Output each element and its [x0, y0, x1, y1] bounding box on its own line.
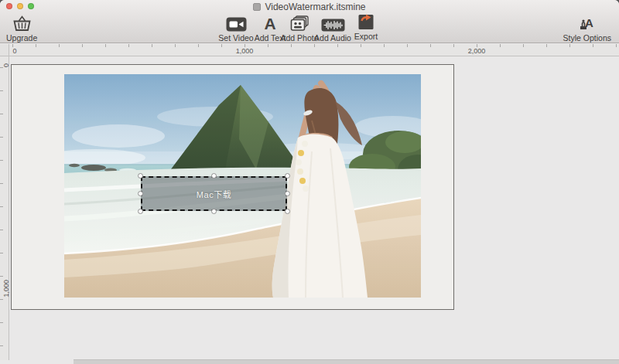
- resize-handle-top-middle[interactable]: [211, 173, 217, 179]
- resize-handle-top-left[interactable]: [138, 173, 143, 179]
- watermark-text-box[interactable]: Mac下载: [141, 176, 287, 211]
- app-window: VideoWatermark.itsmine Upgrade: [0, 0, 619, 364]
- document-proxy-icon: [253, 3, 261, 11]
- vertical-ruler: 0 1,000: [0, 56, 9, 360]
- horizontal-ruler: 0 1,000 2,000: [9, 44, 619, 56]
- style-options-label: Style Options: [563, 33, 611, 43]
- resize-handle-bottom-left[interactable]: [138, 209, 143, 214]
- photo-stack-icon: [289, 15, 310, 32]
- letter-a-icon: A: [264, 15, 275, 32]
- resize-handle-middle-left[interactable]: [138, 191, 143, 196]
- resize-handle-bottom-middle[interactable]: [211, 209, 217, 214]
- add-audio-label: Add Audio: [314, 33, 351, 43]
- add-photo-button[interactable]: Add Photo: [282, 15, 317, 43]
- upgrade-button[interactable]: Upgrade: [6, 15, 37, 43]
- audio-waveform-icon: [321, 15, 345, 32]
- export-label: Export: [354, 32, 378, 41]
- upgrade-label: Upgrade: [6, 33, 37, 43]
- resize-handle-bottom-right[interactable]: [285, 209, 290, 214]
- resize-handle-middle-right[interactable]: [285, 191, 290, 196]
- workspace: Mac下载: [0, 56, 619, 364]
- editing-canvas[interactable]: Mac下载: [11, 64, 454, 310]
- vruler-label-0: 0: [2, 63, 10, 67]
- style-options-button[interactable]: A Style Options: [563, 15, 611, 43]
- hruler-label-0: 0: [12, 47, 16, 55]
- window-title-bar: VideoWatermark.itsmine: [0, 2, 619, 12]
- resize-handle-top-right[interactable]: [285, 173, 290, 179]
- hruler-label-1000: 1,000: [236, 47, 254, 55]
- export-arrow-icon: [357, 13, 374, 30]
- window-title: VideoWatermark.itsmine: [265, 2, 365, 12]
- ruler-corner: [0, 44, 9, 56]
- stamp-letter-icon: A: [577, 15, 597, 32]
- shopping-basket-icon: [12, 15, 32, 32]
- export-button[interactable]: Export: [352, 13, 380, 41]
- video-camera-icon: [226, 15, 247, 32]
- add-photo-label: Add Photo: [280, 33, 318, 43]
- set-video-label: Set Video: [218, 33, 253, 43]
- horizontal-scrollbar[interactable]: [74, 359, 619, 364]
- watermark-text: Mac下载: [197, 188, 231, 200]
- titlebar-toolbar: VideoWatermark.itsmine Upgrade: [0, 0, 619, 43]
- add-audio-button[interactable]: Add Audio: [315, 15, 351, 43]
- hruler-label-2000: 2,000: [468, 47, 486, 55]
- vruler-label-1000: 1,000: [2, 280, 10, 298]
- set-video-button[interactable]: Set Video: [221, 15, 251, 43]
